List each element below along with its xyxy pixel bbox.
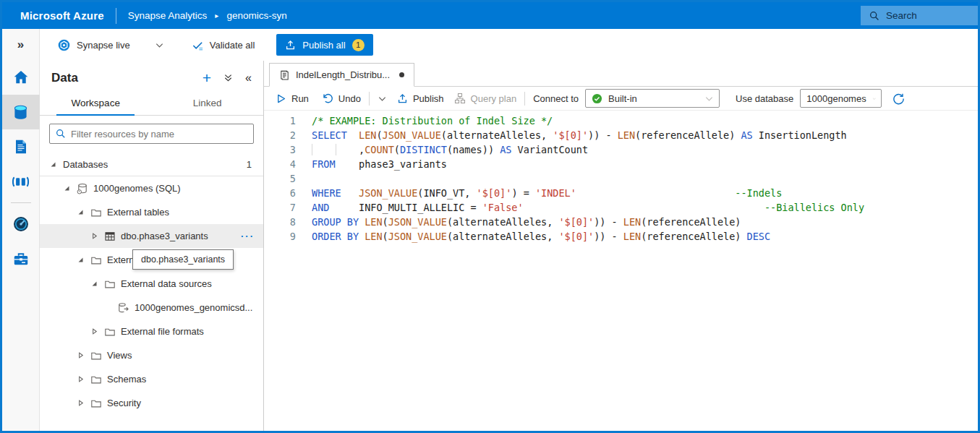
code-line-4[interactable]: FROM phase3_variants	[312, 157, 864, 171]
collapse-arrow-icon[interactable]	[77, 208, 90, 216]
editor-tab-bar: IndelLength_Distribu...	[264, 61, 978, 87]
line-number: 9	[264, 229, 296, 244]
tree-item-schemas[interactable]: Schemas	[40, 367, 263, 391]
refresh-button[interactable]	[892, 93, 905, 105]
code-line-5[interactable]	[312, 171, 864, 186]
code-line-9[interactable]: ORDER BY LEN(JSON_VALUE(alternateAlleles…	[312, 229, 864, 244]
data-panel: Data + « Workspace Linked	[40, 61, 264, 431]
code-line-7[interactable]: AND INFO_MULTI_ALLELIC = 'False' --Biall…	[312, 200, 864, 215]
collapse-panel-icon[interactable]: «	[245, 72, 252, 84]
folder-icon	[90, 254, 107, 266]
tab-workspace[interactable]: Workspace	[40, 90, 152, 115]
expand-arrow-icon[interactable]	[90, 232, 104, 240]
chevron-down-icon	[378, 94, 387, 103]
validate-all-label: Validate all	[210, 40, 255, 51]
tree-item-views[interactable]: Views	[40, 343, 263, 367]
validate-all-button[interactable]: Validate all	[192, 39, 255, 51]
chevron-down-icon	[704, 94, 714, 103]
database-icon	[11, 103, 30, 122]
line-number: 3	[264, 142, 296, 157]
microsoft-azure-logo[interactable]: Microsoft Azure	[20, 9, 104, 22]
code-line-2[interactable]: SELECT LEN(JSON_VALUE(alternateAlleles, …	[312, 128, 864, 142]
sql-script-icon	[279, 69, 290, 81]
line-number: 1	[264, 113, 296, 128]
validate-check-icon	[192, 39, 204, 51]
collapse-arrow-icon[interactable]	[77, 256, 90, 264]
expand-arrow-icon[interactable]	[77, 351, 90, 359]
tree-item-dbo-phase3-variants[interactable]: dbo.phase3_variants···	[40, 224, 263, 248]
datasource-icon	[118, 302, 135, 314]
line-number: 6	[264, 186, 296, 200]
collapse-all-icon[interactable]	[223, 73, 233, 82]
tree-item-count: 1	[247, 159, 255, 170]
sidebar-item-develop[interactable]	[2, 129, 40, 164]
tab-linked[interactable]: Linked	[152, 90, 264, 115]
pipeline-icon	[11, 172, 30, 192]
tree-item-label: Databases	[63, 159, 108, 170]
line-number: 8	[264, 215, 296, 229]
tree-item-security[interactable]: Security	[40, 391, 263, 415]
add-resource-button[interactable]: +	[203, 70, 211, 85]
breadcrumb-product[interactable]: Synapse Analytics	[128, 10, 208, 21]
run-button[interactable]: Run	[276, 93, 309, 104]
editor-pane: IndelLength_Distribu... Run Undo	[264, 61, 978, 431]
sidebar-item-data[interactable]	[2, 95, 40, 129]
tree-item-1000genomes-genomicsd[interactable]: 1000genomes_genomicsd...	[40, 296, 263, 320]
breadcrumb-arrow-icon: ▸	[215, 12, 218, 20]
sidebar-item-home[interactable]	[2, 60, 40, 95]
collapse-arrow-icon[interactable]	[49, 160, 63, 168]
tree-item-external-data-sources[interactable]: External data sources	[40, 272, 263, 296]
more-actions-button[interactable]: ···	[241, 231, 255, 241]
folder-icon	[104, 326, 121, 338]
code-line-3[interactable]: ,COUNT(DISTINCT(names)) AS VariantCount	[312, 142, 864, 157]
search-icon	[869, 11, 879, 21]
code-line-8[interactable]: GROUP BY LEN(JSON_VALUE(alternateAlleles…	[312, 215, 864, 229]
database-icon	[77, 183, 93, 194]
table-icon	[104, 231, 121, 242]
collapse-arrow-icon[interactable]	[90, 280, 104, 288]
connect-to-select[interactable]: Built-in	[585, 89, 720, 108]
expand-arrow-icon[interactable]	[77, 399, 90, 407]
collapse-arrow-icon[interactable]	[63, 184, 77, 192]
code-line-1[interactable]: /* EXAMPLE: Distribution of Indel Size *…	[312, 113, 864, 128]
filter-search-icon	[56, 129, 66, 139]
publish-all-button[interactable]: Publish all 1	[276, 34, 372, 56]
filter-input[interactable]: Filter resources by name	[49, 124, 254, 144]
expand-arrow-icon[interactable]	[77, 375, 90, 383]
builtin-status-icon	[592, 93, 602, 104]
synapse-live-icon	[57, 38, 71, 52]
sidebar-item-manage[interactable]	[2, 241, 40, 276]
undo-button[interactable]: Undo	[322, 93, 361, 104]
line-number: 5	[264, 171, 296, 186]
filter-placeholder: Filter resources by name	[71, 129, 174, 140]
tree-item-external-file-formats[interactable]: External file formats	[40, 320, 263, 343]
connect-to-label: Connect to	[533, 93, 579, 104]
line-number: 7	[264, 200, 296, 215]
code-line-6[interactable]: WHERE JSON_VALUE(INFO_VT, '$[0]') = 'IND…	[312, 186, 864, 200]
breadcrumb-workspace[interactable]: genomics-syn	[226, 10, 286, 21]
tree-item-label: Security	[107, 398, 141, 408]
tree-item-1000genomes-sql[interactable]: 1000genomes (SQL)	[40, 176, 263, 200]
synapse-live-label: Synapse live	[77, 40, 130, 51]
tree-item-label: External file formats	[121, 326, 204, 337]
use-database-select[interactable]: 1000genomes	[800, 89, 882, 108]
home-icon	[12, 68, 30, 87]
tree-item-databases[interactable]: Databases1	[40, 153, 263, 176]
app-window: Microsoft Azure Synapse Analytics ▸ geno…	[0, 0, 980, 433]
synapse-live-selector[interactable]: Synapse live	[57, 38, 164, 52]
search-placeholder: Search	[886, 10, 917, 21]
sidebar-item-monitor[interactable]	[2, 207, 40, 241]
query-plan-button[interactable]: Query plan	[454, 93, 517, 104]
data-panel-tabs: Workspace Linked	[40, 90, 263, 116]
line-number: 4	[264, 157, 296, 171]
tab-sql-script[interactable]: IndelLength_Distribu...	[269, 63, 414, 87]
sidebar-item-integrate[interactable]	[2, 164, 40, 199]
expand-arrow-icon[interactable]	[90, 327, 104, 335]
expand-nav-button[interactable]: »	[2, 34, 39, 56]
publish-button[interactable]: Publish	[397, 93, 444, 104]
run-options-chevron[interactable]	[378, 94, 387, 103]
publish-count-badge: 1	[352, 39, 365, 51]
code-editor[interactable]: 123456789 /* EXAMPLE: Distribution of In…	[264, 111, 978, 431]
tree-item-external-tables[interactable]: External tables	[40, 200, 263, 224]
search-input[interactable]: Search	[861, 6, 978, 25]
